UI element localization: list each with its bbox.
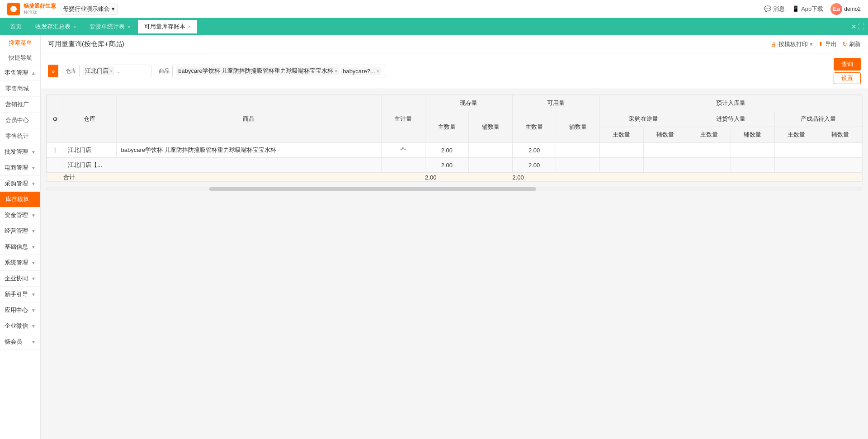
chevron-down-icon: ▼: [31, 181, 36, 186]
product-tag-0: babycare学饮杯 儿童防摔防撞吸管杯重力球吸嘴杯宝宝水杯 ×: [176, 66, 339, 76]
sidebar-section-enterprise-collab[interactable]: 企业协同 ▼: [0, 271, 40, 287]
row-stock-main: 2.00: [425, 143, 469, 158]
th-product-pending-aux: 辅数量: [818, 127, 862, 143]
chevron-down-icon: ▼: [31, 324, 36, 329]
row-stock-aux: [469, 143, 513, 158]
sidebar-section-finance-mgmt[interactable]: 资金管理 ▼: [0, 208, 40, 223]
product-label: 商品: [159, 67, 170, 75]
th-purchase-pending-aux: 辅数量: [731, 127, 774, 143]
tab-close-all-button[interactable]: ×: [851, 22, 856, 32]
page-header: 可用量查询(按仓库+商品) 🖨 按模板打印 ▾ ⬆ 导出 ↻ 刷新: [41, 35, 868, 53]
row-purchase-transit-main: [600, 143, 644, 158]
refresh-button[interactable]: ↻ 刷新: [842, 40, 861, 48]
chevron-down-icon: ▾: [112, 5, 115, 12]
product-filter: 商品 babycare学饮杯 儿童防摔防撞吸管杯重力球吸嘴杯宝宝水杯 × bab…: [159, 65, 385, 77]
download-icon: 📱: [792, 5, 799, 12]
message-button[interactable]: 💬 消息: [764, 5, 785, 13]
export-button[interactable]: ⬆ 导出: [818, 40, 837, 48]
sidebar-section-vip-member[interactable]: 畅会员 ▼: [0, 334, 40, 350]
sidebar-section-basic-info[interactable]: 基础信息 ▼: [0, 239, 40, 255]
filter-actions: 查询 设置: [834, 58, 861, 84]
page-title: 可用量查询(按仓库+商品): [48, 40, 124, 48]
settings-icon: ⚙: [52, 116, 58, 123]
query-button[interactable]: 查询: [834, 58, 861, 71]
th-warehouse: 仓库: [63, 95, 117, 143]
warehouse-tag-remove-0[interactable]: ×: [110, 69, 113, 74]
warehouse-more[interactable]: ...: [116, 68, 121, 74]
th-purchase-pending-main: 主数量: [687, 127, 731, 143]
app-subtitle: 标准版: [24, 9, 56, 15]
export-icon: ⬆: [818, 41, 823, 47]
th-product-pending-main: 主数量: [774, 127, 818, 143]
warehouse-label: 仓库: [66, 67, 76, 75]
sidebar-section-ecommerce-mgmt[interactable]: 电商管理 ▼: [0, 160, 40, 176]
main-layout: 搜索菜单 快捷导航 零售管理 ▲ 零售商城 营销推广 会员中心 零售统计 批发管…: [0, 35, 868, 439]
print-icon: 🖨: [771, 41, 777, 47]
chevron-down-icon: ▼: [31, 276, 36, 281]
tab-receipt-summary[interactable]: 收发存汇总表 ×: [29, 20, 82, 33]
row-purchase-pending-main: [687, 143, 731, 158]
horizontal-scrollbar[interactable]: [46, 187, 863, 191]
chevron-down-icon: ▼: [31, 292, 36, 297]
tab-available-inventory[interactable]: 可用量库存账本 ×: [138, 20, 197, 33]
setting-button[interactable]: 设置: [834, 72, 861, 84]
row-product-pending-aux: [818, 143, 862, 158]
warehouse-input[interactable]: 江北门店 × ...: [79, 65, 151, 77]
sidebar-item-retail-mall[interactable]: 零售商城: [0, 81, 40, 97]
print-by-template-button[interactable]: 🖨 按模板打印 ▾: [771, 40, 813, 48]
product-tag-remove-1[interactable]: ×: [377, 69, 379, 74]
top-bar-right: 💬 消息 📱 App下载 Ea demo2: [764, 3, 861, 15]
message-icon: 💬: [764, 5, 771, 12]
user-profile[interactable]: Ea demo2: [830, 3, 861, 15]
tab-close-order-stats[interactable]: ×: [127, 24, 130, 29]
tab-home[interactable]: 首页: [4, 20, 28, 33]
tab-order-stats[interactable]: 要货单统计表 ×: [83, 20, 137, 33]
sidebar-section-system-mgmt[interactable]: 系统管理 ▼: [0, 255, 40, 271]
industry-selector[interactable]: 母婴行业演示账套 ▾: [60, 4, 118, 14]
th-purchase-transit: 采购在途量: [600, 111, 687, 127]
sidebar-search[interactable]: 搜索菜单: [0, 35, 40, 51]
th-product-pending: 产成品待入量: [774, 111, 862, 127]
th-purchase-transit-aux: 辅数量: [643, 127, 687, 143]
app-download-button[interactable]: 📱 App下载: [792, 5, 823, 13]
sidebar-section-purchase-mgmt[interactable]: 采购管理 ▼: [0, 176, 40, 192]
product-input[interactable]: babycare学饮杯 儿童防摔防撞吸管杯重力球吸嘴杯宝宝水杯 × babyca…: [172, 65, 385, 77]
group-row: 江北门店【... 2.00 2.00: [47, 158, 862, 173]
th-avail-aux: 辅数量: [556, 111, 600, 143]
tab-close-receipt-summary[interactable]: ×: [73, 24, 76, 29]
sidebar-section-retail-mgmt[interactable]: 零售管理 ▲: [0, 65, 40, 81]
inventory-table: ⚙ 仓库 商品 主计量 现存量 可用量 预计入库量 主数量 辅数量: [47, 95, 862, 181]
chevron-down-icon: ▼: [31, 260, 36, 265]
chevron-down-icon: ▾: [810, 41, 813, 47]
th-purchase-pending: 进货待入量: [687, 111, 774, 127]
tab-bar: 首页 收发存汇总表 × 要货单统计表 × 可用量库存账本 × × ⛶: [0, 18, 868, 35]
tab-close-available-inventory[interactable]: ×: [188, 24, 191, 29]
group-avail-main: 2.00: [512, 158, 556, 173]
th-product: 商品: [116, 95, 381, 143]
sidebar-section-wholesale-mgmt[interactable]: 批发管理 ▼: [0, 144, 40, 160]
sidebar-item-marketing[interactable]: 营销推广: [0, 97, 40, 113]
sidebar-section-app-center[interactable]: 应用中心 ▼: [0, 302, 40, 318]
filter-expand-button[interactable]: »: [48, 65, 58, 77]
top-bar-left: 畅捷通好生意 标准版 母婴行业演示账套 ▾: [7, 3, 118, 15]
sidebar-item-inventory-mgmt[interactable]: 库存核算: [0, 192, 40, 208]
sidebar-section-new-guide[interactable]: 新手引导 ▼: [0, 287, 40, 302]
tab-expand-button[interactable]: ⛶: [858, 23, 864, 30]
product-tag-remove-0[interactable]: ×: [335, 69, 337, 74]
username-label: demo2: [844, 6, 861, 12]
row-warehouse: 江北门店: [63, 143, 117, 158]
sidebar-item-retail-stats[interactable]: 零售统计: [0, 128, 40, 144]
sidebar-section-ops-mgmt[interactable]: 经营管理 ▼: [0, 223, 40, 239]
th-available: 可用量: [512, 95, 599, 111]
th-settings[interactable]: ⚙: [47, 95, 63, 143]
table-container: ⚙ 仓库 商品 主计量 现存量 可用量 预计入库量 主数量 辅数量: [41, 89, 868, 439]
chevron-down-icon: ▼: [31, 229, 36, 234]
footer-stock-main: 2.00: [425, 173, 469, 181]
row-avail-aux: [556, 143, 600, 158]
chevron-down-icon: ▼: [31, 340, 36, 345]
sidebar-section-enterprise-wechat[interactable]: 企业微信 ▼: [0, 318, 40, 334]
page-actions: 🖨 按模板打印 ▾ ⬆ 导出 ↻ 刷新: [771, 40, 861, 48]
sidebar-quick-nav[interactable]: 快捷导航: [0, 51, 40, 65]
sidebar-item-member-center[interactable]: 会员中心: [0, 113, 40, 128]
footer-total-row: 合计 2.00 2.00: [47, 173, 862, 181]
